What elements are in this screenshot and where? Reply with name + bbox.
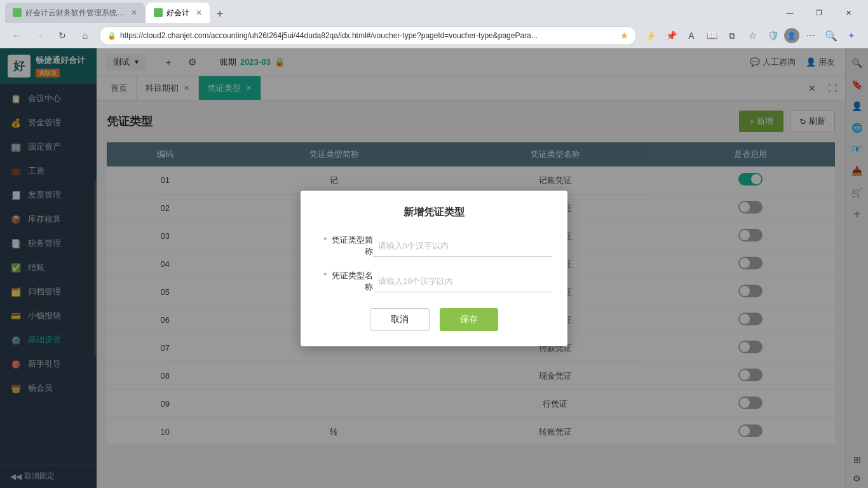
- collections-icon[interactable]: 📌: [662, 27, 680, 44]
- browser-tab-1[interactable]: 好会计云财务软件管理系统_会计 ✕: [5, 3, 145, 23]
- modal-overlay: 新增凭证类型 * 凭证类型简称 * 凭证类型名称 取消 保存: [0, 48, 868, 488]
- browser-chrome: 好会计云财务软件管理系统_会计 ✕ 好会计 ✕ + — ❐ ✕ ← → ↻ ⌂ …: [0, 0, 868, 48]
- tab-bar: 好会计云财务软件管理系统_会计 ✕ 好会计 ✕ + — ❐ ✕: [0, 0, 868, 23]
- splitscreen-icon[interactable]: ⧉: [723, 27, 741, 44]
- tab-favicon-1: [13, 8, 22, 17]
- lock-icon: 🔒: [107, 32, 116, 40]
- tab-favicon-2: [154, 8, 163, 17]
- more-icon[interactable]: ⋯: [802, 27, 820, 44]
- copilot-icon[interactable]: ✦: [843, 27, 860, 44]
- browser-toolbar-right: ⚡ 📌 A 📖 ⧉ ☆ 🛡️ 👤 ⋯ 🔍 ✦: [642, 27, 860, 44]
- tab-label-1: 好会计云财务软件管理系统_会计: [25, 8, 125, 18]
- favorites-icon[interactable]: ☆: [743, 27, 761, 44]
- modal-field-short-label: * 凭证类型简称: [316, 234, 373, 257]
- new-tab-button[interactable]: +: [211, 5, 229, 23]
- modal-field-short: * 凭证类型简称: [316, 234, 552, 257]
- tab-label-2: 好会计: [166, 8, 189, 18]
- modal-field-name-label: * 凭证类型名称: [316, 270, 373, 293]
- profile-icon[interactable]: 👤: [784, 28, 799, 43]
- modal-actions: 取消 保存: [316, 308, 552, 331]
- window-controls: — ❐ ✕: [775, 3, 863, 23]
- tab-close-1[interactable]: ✕: [131, 8, 137, 17]
- required-mark-2: *: [323, 271, 327, 280]
- modal-title: 新增凭证类型: [316, 206, 552, 219]
- bookmark-icon[interactable]: ★: [620, 30, 628, 41]
- modal-cancel-button[interactable]: 取消: [370, 308, 430, 331]
- home-browser-button[interactable]: ⌂: [76, 27, 94, 44]
- voucher-name-input[interactable]: [373, 271, 552, 292]
- minimize-button[interactable]: —: [775, 3, 804, 23]
- search-sidebar-icon[interactable]: 🔍: [822, 27, 840, 44]
- close-button[interactable]: ✕: [834, 3, 863, 23]
- maximize-button[interactable]: ❐: [804, 3, 834, 23]
- url-text: https://cloud2.chanjet.com/accounting/uh…: [120, 31, 616, 40]
- modal-save-button[interactable]: 保存: [440, 308, 498, 331]
- url-bar[interactable]: 🔒 https://cloud2.chanjet.com/accounting/…: [99, 26, 637, 45]
- refresh-browser-button[interactable]: ↻: [53, 27, 71, 44]
- add-voucher-type-modal: 新增凭证类型 * 凭证类型简称 * 凭证类型名称 取消 保存: [301, 191, 567, 346]
- immersive-icon[interactable]: 📖: [703, 27, 721, 44]
- forward-button[interactable]: →: [31, 27, 48, 44]
- back-button[interactable]: ←: [8, 27, 25, 44]
- address-bar: ← → ↻ ⌂ 🔒 https://cloud2.chanjet.com/acc…: [0, 23, 868, 48]
- browser-tab-2[interactable]: 好会计 ✕: [146, 3, 210, 23]
- translate-icon[interactable]: A: [682, 27, 700, 44]
- tab-close-2[interactable]: ✕: [196, 8, 202, 17]
- voucher-short-input[interactable]: [373, 235, 552, 257]
- security-icon[interactable]: 🛡️: [764, 27, 782, 44]
- required-mark-1: *: [323, 235, 327, 245]
- extensions-icon[interactable]: ⚡: [642, 27, 660, 44]
- modal-field-name: * 凭证类型名称: [316, 270, 552, 293]
